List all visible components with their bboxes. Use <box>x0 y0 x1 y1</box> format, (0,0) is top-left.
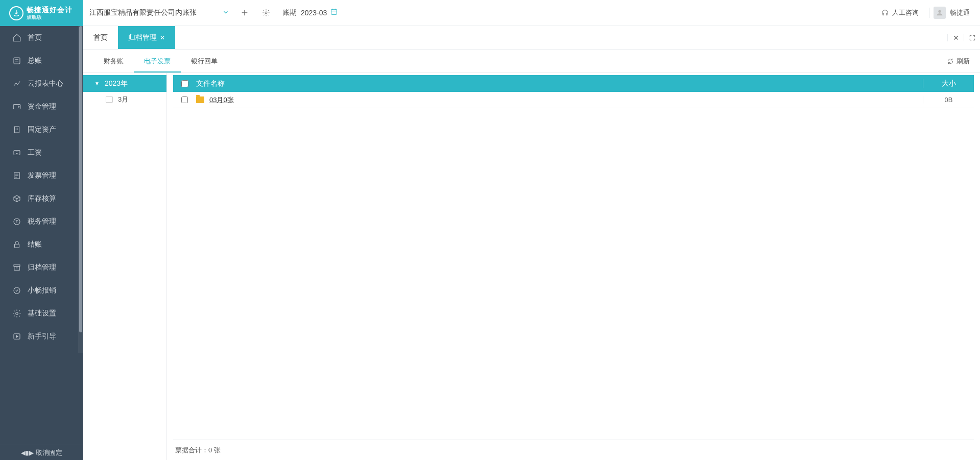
sidebar-item-label: 首页 <box>28 33 42 42</box>
subtab-einvoice[interactable]: 电子发票 <box>134 50 181 72</box>
refresh-button[interactable]: 刷新 <box>947 57 970 66</box>
sidebar-item-cloud-report[interactable]: 云报表中心 <box>0 72 83 95</box>
chart-icon <box>12 79 21 88</box>
tree-year-node[interactable]: ▼ 2023年 <box>83 75 166 92</box>
tree-panel: ▼ 2023年 3月 <box>83 73 167 460</box>
add-button[interactable] <box>238 7 251 19</box>
subtab-label: 银行回单 <box>191 57 218 66</box>
tabs-row: 首页 归档管理 ✕ <box>83 26 980 50</box>
sidebar-pin-label: 取消固定 <box>36 448 62 457</box>
topbar: 江西服宝精品有限责任公司内账张 账期 2023-03 人工咨询 畅捷通 <box>83 0 980 26</box>
folder-outline-icon <box>106 96 113 103</box>
brand-logo: 畅捷通好会计 旗舰版 <box>0 0 83 26</box>
close-all-button[interactable] <box>947 34 964 41</box>
row-checkbox[interactable] <box>181 96 188 103</box>
svg-point-11 <box>16 312 18 314</box>
file-name-link[interactable]: 03月0张 <box>209 95 234 105</box>
refresh-label: 刷新 <box>957 57 970 66</box>
period-label: 账期 <box>282 8 297 17</box>
sidebar-item-label: 云报表中心 <box>28 79 63 88</box>
sidebar-item-salary[interactable]: 工资 <box>0 141 83 164</box>
archive-icon <box>12 263 21 272</box>
tab-label: 归档管理 <box>128 33 157 42</box>
subtabs-row: 财务账 电子发票 银行回单 刷新 <box>83 50 980 73</box>
subtab-label: 财务账 <box>104 57 124 66</box>
sidebar-item-close-period[interactable]: 结账 <box>0 233 83 256</box>
sidebar-item-inventory[interactable]: 库存核算 <box>0 187 83 210</box>
sidebar-item-guide[interactable]: 新手引导 <box>0 325 83 348</box>
tree-month-node[interactable]: 3月 <box>83 92 166 107</box>
sidebar-item-label: 税务管理 <box>28 217 56 226</box>
tab-archive[interactable]: 归档管理 ✕ <box>118 26 175 49</box>
sidebar-item-home[interactable]: 首页 <box>0 26 83 49</box>
sidebar-item-label: 新手引导 <box>28 332 56 341</box>
header-checkbox-cell <box>173 80 196 87</box>
sidebar-item-funds[interactable]: 资金管理 <box>0 95 83 118</box>
svg-rect-14 <box>331 9 337 14</box>
ledger-icon <box>12 56 21 65</box>
sidebar-item-label: 总账 <box>28 56 42 65</box>
lock-icon <box>12 240 21 249</box>
support-label: 人工咨询 <box>892 8 919 17</box>
brand-icon <box>9 6 23 20</box>
sidebar-item-label: 库存核算 <box>28 194 56 203</box>
brand-name: 畅捷通好会计 <box>27 6 73 14</box>
subtab-bank[interactable]: 银行回单 <box>181 50 228 72</box>
table-row: 03月0张 0B <box>173 92 974 108</box>
tree-year-label: 2023年 <box>105 79 128 88</box>
building-icon <box>12 125 21 134</box>
summary-label: 票据合计： <box>175 446 208 455</box>
sidebar-items: 首页 总账 云报表中心 资金管理 固定资产 工资 发票管理 库存核算 <box>0 26 83 445</box>
svg-rect-7 <box>15 244 19 248</box>
svg-rect-3 <box>15 127 19 133</box>
sidebar: 畅捷通好会计 旗舰版 首页 总账 云报表中心 资金管理 固定资产 工资 <box>0 0 83 460</box>
content: ▼ 2023年 3月 文件名称 大小 03月0张 0B 票据合计： <box>83 73 980 460</box>
pin-icon: ◀▮▶ <box>21 449 34 456</box>
gear-icon <box>12 309 21 318</box>
sidebar-item-settings[interactable]: 基础设置 <box>0 302 83 325</box>
select-all-checkbox[interactable] <box>181 80 188 87</box>
sidebar-item-label: 资金管理 <box>28 102 56 111</box>
company-selector[interactable]: 江西服宝精品有限责任公司内账张 <box>89 8 229 17</box>
subtab-label: 电子发票 <box>144 57 171 66</box>
user-menu[interactable]: 畅捷通 <box>934 7 970 19</box>
footer-bar: 票据合计： 0 张 <box>173 440 974 460</box>
sidebar-item-tax[interactable]: 税务管理 <box>0 210 83 233</box>
sidebar-item-label: 归档管理 <box>28 263 56 272</box>
svg-rect-9 <box>14 266 20 270</box>
tree-month-label: 3月 <box>118 95 128 104</box>
sidebar-item-general-ledger[interactable]: 总账 <box>0 49 83 72</box>
scrollbar-thumb[interactable] <box>79 26 82 332</box>
sidebar-item-label: 结账 <box>28 240 42 249</box>
table-header: 文件名称 大小 <box>173 75 974 92</box>
sidebar-scrollbar[interactable] <box>78 26 83 353</box>
sidebar-item-archive[interactable]: 归档管理 <box>0 256 83 279</box>
invoice-icon <box>12 171 21 180</box>
play-icon <box>12 332 21 341</box>
svg-point-15 <box>938 10 941 13</box>
settings-button[interactable] <box>260 7 272 19</box>
subtab-finance[interactable]: 财务账 <box>93 50 134 72</box>
file-size: 0B <box>923 96 974 104</box>
sidebar-item-fixed-assets[interactable]: 固定资产 <box>0 118 83 141</box>
header-name: 文件名称 <box>196 79 923 88</box>
sidebar-pin-toggle[interactable]: ◀▮▶ 取消固定 <box>0 445 83 460</box>
box-icon <box>12 194 21 203</box>
calendar-icon[interactable] <box>330 8 338 18</box>
svg-rect-4 <box>14 150 20 155</box>
row-checkbox-cell <box>173 96 196 103</box>
sidebar-item-label: 小畅报销 <box>28 286 56 295</box>
sidebar-item-xiaochang[interactable]: 小畅报销 <box>0 279 83 302</box>
brand-edition: 旗舰版 <box>27 14 73 20</box>
tab-home[interactable]: 首页 <box>83 26 118 49</box>
username: 畅捷通 <box>950 8 970 17</box>
headset-icon <box>881 9 889 17</box>
sidebar-item-label: 基础设置 <box>28 309 56 318</box>
support-button[interactable]: 人工咨询 <box>881 8 919 17</box>
svg-point-2 <box>18 106 19 107</box>
reimburse-icon <box>12 286 21 295</box>
fullscreen-button[interactable] <box>964 34 980 41</box>
close-icon[interactable]: ✕ <box>160 34 165 41</box>
avatar <box>934 7 946 19</box>
sidebar-item-invoice[interactable]: 发票管理 <box>0 164 83 187</box>
